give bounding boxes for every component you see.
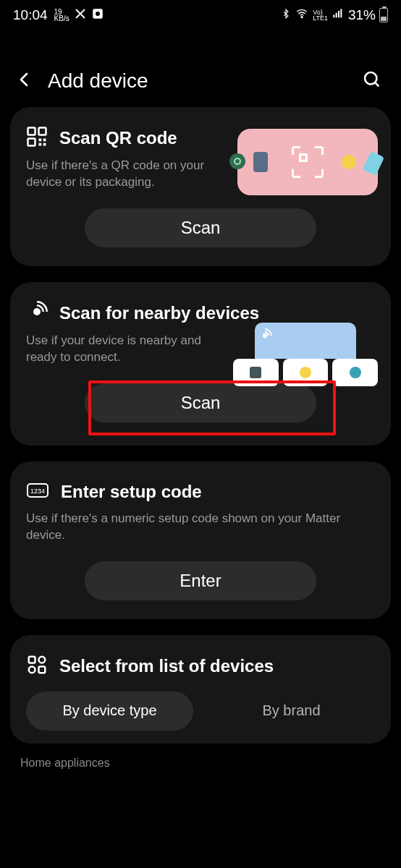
volte-indicator: Vo) LTE1 [313,9,328,21]
svg-point-21 [39,656,46,663]
svg-rect-12 [39,139,42,142]
scan-qr-button[interactable]: Scan [85,208,316,247]
svg-rect-14 [39,143,42,146]
qr-code-icon [26,126,48,150]
x-app-icon [74,7,87,24]
tab-by-brand[interactable]: By brand [208,692,375,731]
app-icon [91,7,104,24]
section-home-appliances: Home appliances [20,757,401,770]
svg-rect-6 [340,9,342,17]
radar-icon [26,301,48,326]
network-rate: 19 KB/s [54,9,69,22]
status-right: Vo) LTE1 31% [281,7,388,24]
tab-by-device-type[interactable]: By device type [26,692,193,731]
search-icon[interactable] [362,69,382,93]
enter-code-button[interactable]: Enter [85,561,316,600]
card-select-from-list: Select from list of devices By device ty… [10,635,391,744]
svg-rect-15 [43,143,46,146]
card-description: Use if your device is nearby and ready t… [26,333,214,366]
status-bar: 10:04 19 KB/s [0,0,401,30]
card-title: Scan QR code [59,128,177,148]
svg-rect-20 [29,656,35,663]
svg-rect-3 [333,14,334,17]
device-grid-icon [26,654,48,678]
nearby-illustration [233,323,378,386]
card-title: Select from list of devices [59,656,274,676]
svg-text:1234: 1234 [30,488,45,495]
clock: 10:04 [13,7,48,23]
svg-rect-10 [39,128,46,135]
card-description: Use if there's a numeric setup code show… [26,511,375,544]
back-icon[interactable] [16,69,33,93]
page-title: Add device [48,69,148,93]
svg-rect-5 [338,11,339,17]
bluetooth-icon [281,7,291,24]
svg-point-7 [365,72,376,84]
setup-code-icon: 1234 [26,480,49,503]
battery-icon [379,8,388,22]
scan-nearby-button[interactable]: Scan [85,383,316,422]
svg-rect-13 [43,139,46,142]
card-scan-qr: Scan QR code Use if there's a QR code on… [10,107,391,266]
svg-point-2 [301,16,303,17]
svg-point-1 [96,12,100,16]
card-scan-nearby: Scan for nearby devices Use if your devi… [10,282,391,446]
signal-icon [332,8,345,23]
wifi-icon [295,8,309,23]
card-enter-setup-code: 1234 Enter setup code Use if there's a n… [10,461,391,619]
qr-illustration [237,129,378,195]
card-description: Use if there's a QR code on your device … [26,158,214,191]
page-header: Add device [0,55,401,107]
svg-rect-11 [28,139,35,146]
status-left: 10:04 19 KB/s [13,7,104,24]
svg-line-8 [375,82,379,86]
card-title: Enter setup code [61,482,202,502]
svg-rect-9 [28,128,35,135]
svg-point-22 [29,666,35,673]
battery-percent: 31% [348,7,376,23]
svg-rect-4 [336,12,337,17]
svg-rect-23 [39,666,46,673]
svg-point-16 [34,309,40,315]
svg-point-17 [263,334,267,338]
card-title: Scan for nearby devices [59,303,259,323]
